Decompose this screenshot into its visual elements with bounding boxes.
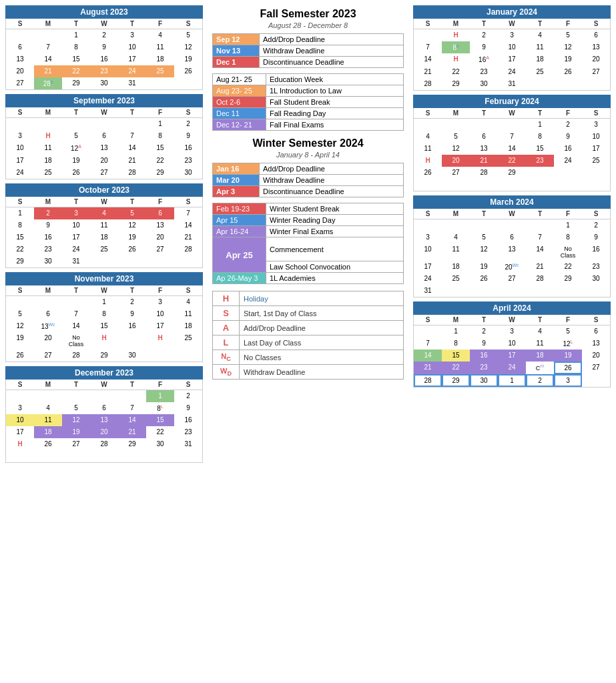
legend-table: H Holiday S Start, 1st Day of Class A Ad… [212, 291, 404, 380]
october-2023-calendar: October 2023 S M T W T F S 1 2 3 4 5 6 7… [5, 183, 203, 268]
winter-semester-title: Winter Semester 2024 [212, 137, 404, 149]
fall-final-exams-date: Dec 12- 21 [213, 119, 266, 131]
legend-wd-symbol: WD [213, 365, 240, 380]
center-column: Fall Semester 2023 August 28 - December … [207, 5, 409, 463]
winter-final-exams-label: Winter Final Exams [266, 226, 404, 237]
aug-10: 10 [118, 41, 146, 53]
legend-nc-desc: No Classes [240, 350, 404, 365]
fall-deadline-withdraw: Nov 13 Withdraw Deadline [213, 45, 404, 57]
september-2023-calendar: September 2023 S M T W T F S 1 2 3 H [5, 94, 203, 179]
main-layout: August 2023 S M T W T F S 1 2 3 4 5 6 7 [5, 5, 611, 463]
legend-adddrop: A Add/Drop Deadline [213, 321, 404, 335]
aug-empty1 [6, 29, 34, 41]
february-2024-calendar: February 2024 S M T W T F S 1 2 3 4 5 6 … [413, 95, 611, 191]
legend-nc-symbol: NC [213, 350, 240, 365]
feb-2024-header: February 2024 [413, 95, 611, 108]
fall-education-week: Aug 21- 25 Education Week [213, 74, 404, 85]
aug-30: 30 [90, 77, 118, 89]
aug-8: 8 [62, 41, 90, 53]
day-header-s: S [6, 19, 34, 29]
fall-student-break: Oct 2-6 Fall Student Break [213, 97, 404, 108]
day-header-t: T [62, 19, 90, 29]
winter-reading-day: Apr 15 Winter Reading Day [213, 215, 404, 226]
fall-withdraw-label: Withdraw Deadline [260, 45, 404, 57]
legend-start: S Start, 1st Day of Class [213, 306, 404, 321]
winter-adddrop-label: Add/Drop Deadline [260, 163, 404, 175]
winter-academies-date: Ap 26-May 3 [213, 273, 266, 284]
winter-deadline-discontinuance: Apr 3 Discontinuance Deadline [213, 186, 404, 197]
aug-6: 6 [6, 41, 34, 53]
aug-16: 16 [90, 53, 118, 65]
aug-18: 18 [146, 53, 174, 65]
fall-reading-day-date: Dec 11 [213, 108, 266, 119]
winter-reading-day-date: Apr 15 [213, 215, 266, 226]
aug-31: 31 [118, 77, 146, 89]
winter-events-table: Feb 19-23 Winter Student Break Apr 15 Wi… [212, 203, 404, 284]
aug-26: 26 [174, 65, 202, 77]
aug-empty2 [34, 29, 62, 41]
fall-final-exams-label: Fall Final Exams [266, 119, 404, 131]
legend-lastday: L Last Day of Class [213, 335, 404, 350]
aug-25: 25 [146, 65, 174, 77]
aug-2: 2 [90, 29, 118, 41]
mar-2024-header: March 2024 [413, 195, 611, 209]
winter-law-school-conv-label: Law School Convocation [266, 261, 404, 273]
day-header-m: M [34, 19, 62, 29]
aug-1: 1 [62, 29, 90, 41]
august-2023-header: August 2023 [5, 5, 203, 19]
day-header-sat: S [174, 19, 202, 29]
legend-h-symbol: H [213, 291, 240, 306]
december-2023-calendar: December 2023 S M T W T F S 1 2 3 4 5 6 [5, 366, 203, 463]
dec-2023-header: December 2023 [5, 366, 203, 380]
legend-a-desc: Add/Drop Deadline [240, 321, 404, 335]
sep-2023-header: September 2023 [5, 94, 203, 107]
oct-2023-header: October 2023 [5, 183, 203, 197]
legend-holiday: H Holiday [213, 291, 404, 306]
winter-apr25-date: Apr 25 [213, 237, 266, 273]
apr-2024-header: April 2024 [413, 301, 611, 315]
day-header-th: T [118, 19, 146, 29]
aug-17: 17 [118, 53, 146, 65]
aug-27: 27 [6, 77, 34, 89]
jan-2024-header: January 2024 [413, 5, 611, 19]
fall-student-break-label: Fall Student Break [266, 97, 404, 108]
legend-l-desc: Last Day of Class [240, 335, 404, 350]
april-2024-calendar: April 2024 S M T W T F S 1 2 3 4 5 6 7 8… [413, 301, 611, 388]
fall-events-table: Aug 21- 25 Education Week Aug 23- 25 1L … [212, 73, 404, 131]
aug-14: 14 [34, 53, 62, 65]
aug-20: 20 [6, 65, 34, 77]
november-2023-calendar: November 2023 S M T W T F S 1 2 3 4 5 6 … [5, 272, 203, 362]
winter-final-exams: Apr 16-24 Winter Final Exams [213, 226, 404, 237]
legend-noclass: NC No Classes [213, 350, 404, 365]
aug-empty4 [174, 77, 202, 89]
aug-24: 24 [118, 65, 146, 77]
aug-12: 12 [174, 41, 202, 53]
legend-a-symbol: A [213, 321, 240, 335]
day-header-w: W [90, 19, 118, 29]
aug-11: 11 [146, 41, 174, 53]
aug-29: 29 [62, 77, 90, 89]
fall-1l-intro: Aug 23- 25 1L Introduction to Law [213, 85, 404, 97]
legend-wd-desc: Withdraw Deadline [240, 365, 404, 380]
winter-withdraw-date: Mar 20 [213, 175, 260, 186]
winter-withdraw-label: Withdraw Deadline [260, 175, 404, 186]
winter-discontinuance-date: Apr 3 [213, 186, 260, 197]
legend-l-symbol: L [213, 335, 240, 350]
aug-3: 3 [118, 29, 146, 41]
fall-semester-title: Fall Semester 2023 [212, 8, 404, 20]
aug-13: 13 [6, 53, 34, 65]
aug-28: 28s [34, 77, 62, 89]
winter-academies-label: 1L Academies [266, 273, 404, 284]
aug-9: 9 [90, 41, 118, 53]
fall-adddrop-label: Add/Drop Deadline [260, 34, 404, 45]
fall-reading-day: Dec 11 Fall Reading Day [213, 108, 404, 119]
legend-h-desc: Holiday [240, 291, 404, 306]
right-column: January 2024 S M T W T F S H 2 3 4 5 6 7… [413, 5, 611, 463]
winter-deadline-adddrop: Jan 16 Add/Drop Deadline [213, 163, 404, 175]
fall-deadlines-table: Sep 12 Add/Drop Deadline Nov 13 Withdraw… [212, 33, 404, 68]
fall-semester-subtitle: August 28 - December 8 [212, 21, 404, 29]
fall-education-week-date: Aug 21- 25 [213, 74, 266, 85]
aug-19: 19 [174, 53, 202, 65]
winter-commencement-label: Commencement [266, 237, 404, 261]
fall-adddrop-date: Sep 12 [213, 34, 260, 45]
